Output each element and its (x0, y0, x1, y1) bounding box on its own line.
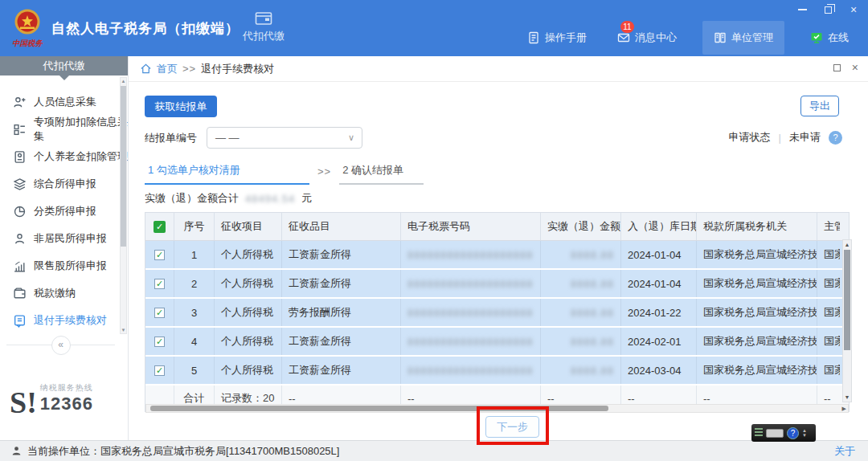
scroll-down-icon[interactable]: ▼ (843, 394, 851, 400)
table-row[interactable]: ✓ 4 个人所得税 工资薪金所得 8888888888888888888 888… (145, 328, 849, 357)
app-title: 自然人电子税务局（扣缴端） (51, 19, 240, 38)
org-management-label: 单位管理 (731, 31, 773, 45)
breadcrumb: 首页 >> 退付手续费核对 × (129, 56, 868, 82)
efn-masked: 8888888888888888888 (407, 307, 533, 319)
amount-summary: 实缴（退）金额合计 48494.54 元 (145, 191, 312, 206)
breadcrumb-home-link[interactable]: 首页 (157, 62, 178, 76)
breadcrumb-current: 退付手续费核对 (201, 62, 274, 76)
home-icon[interactable] (140, 63, 152, 75)
refund-table: ✓ 序号 征收项目 征收品目 电子税票号码 实缴（退）金额 入（退）库日期 税款… (145, 212, 850, 412)
manual-nav[interactable]: 操作手册 (522, 22, 592, 53)
col-authority: 税款所属税务机关 (697, 213, 817, 240)
main-nav-tab[interactable]: 代扣代缴 (235, 10, 293, 43)
sidebar-item-nonresident-income[interactable]: 非居民所得申报 (0, 225, 128, 252)
china-tax-emblem-logo: 中国税务 (6, 6, 48, 51)
sidebar-item-refund-fee-check[interactable]: 退付手续费核对 (0, 307, 128, 334)
table-row[interactable]: ✓ 3 个人所得税 劳务报酬所得 8888888888888888888 888… (145, 299, 849, 328)
row-checkbox[interactable]: ✓ (154, 279, 165, 289)
ime-arrows-icon[interactable]: ▲▼ (802, 428, 807, 438)
online-status[interactable]: 在线 (805, 22, 854, 53)
sidebar-item-label: 非居民所得申报 (34, 231, 107, 246)
sidebar-scrollbar[interactable]: ▲ ▼ (120, 77, 127, 334)
status-divider: | (779, 132, 781, 144)
efn-masked: 8888888888888888888 (407, 249, 533, 261)
ime-toolbar[interactable]: ? ▲▼ (751, 424, 816, 442)
col-date: 入（退）库日期 (621, 213, 697, 240)
fetch-statement-button[interactable]: 获取结报单 (145, 96, 217, 117)
sidebar-item-label: 个人养老金扣除管理 (34, 149, 128, 164)
row-checkbox[interactable]: ✓ (154, 250, 165, 260)
col-item: 征收项目 (215, 213, 282, 240)
sidebar-header: 代扣代缴 (0, 56, 128, 75)
keyboard-icon[interactable] (766, 429, 784, 438)
receipt-check-icon (13, 314, 27, 328)
amount-masked: 8888.88 (571, 365, 614, 377)
export-button[interactable]: 导出 (800, 96, 839, 116)
table-hscroll-thumb[interactable] (150, 406, 608, 411)
restore-button[interactable] (821, 3, 834, 16)
org-management-nav[interactable]: 单位管理 (702, 21, 784, 55)
scroll-up-icon[interactable]: ▲ (843, 242, 851, 247)
sidebar-item-restricted-stock[interactable]: 限售股所得申报 (0, 252, 128, 279)
scroll-up-icon[interactable]: ▲ (121, 79, 126, 84)
close-button[interactable]: × (847, 3, 860, 16)
efn-masked: 8888888888888888888 (407, 336, 533, 348)
minimize-button[interactable] (796, 3, 809, 16)
table-header-row: ✓ 序号 征收项目 征收品目 电子税票号码 实缴（退）金额 入（退）库日期 税款… (145, 213, 849, 241)
online-monitor-icon (810, 31, 823, 44)
app-window: × 中国税务 自然人电子税务局（扣缴端） 代扣代缴 (0, 0, 868, 461)
table-horizontal-scrollbar[interactable]: ▶ (145, 404, 849, 413)
sidebar-item-pension-deduction[interactable]: 个人养老金扣除管理 (0, 143, 128, 170)
table-vscroll-thumb[interactable] (844, 250, 850, 350)
id-card-icon (13, 150, 27, 164)
table-row[interactable]: ✓ 2 个人所得税 工资薪金所得 8888888888888888888 888… (145, 270, 849, 299)
select-all-checkbox[interactable]: ✓ (154, 221, 166, 233)
sidebar-item-label: 分类所得申报 (34, 204, 96, 218)
table-row[interactable]: ✓ 1 个人所得税 工资薪金所得 8888888888888888888 888… (145, 241, 849, 270)
form-list-icon (13, 123, 27, 137)
sidebar-collapse-button[interactable]: « (51, 336, 71, 355)
wallet-icon (255, 10, 272, 26)
step-1-tab[interactable]: 1 勾选单户核对清册 (145, 163, 309, 185)
hotline-mark-icon: S! (10, 390, 37, 414)
col-seq: 序号 (174, 213, 215, 240)
row-checkbox[interactable]: ✓ (154, 308, 165, 318)
wallet-outline-icon (13, 287, 27, 300)
sidebar-collapse-row: « (0, 336, 121, 355)
statement-no-value: — — (215, 132, 240, 144)
bar-chart-icon (13, 259, 27, 273)
svg-text:中国税务: 中国税务 (12, 39, 44, 47)
sidebar-item-tax-payment[interactable]: 税款缴纳 (0, 279, 128, 307)
apply-status-label: 申请状态 (729, 130, 771, 145)
statement-no-select[interactable]: — — ∨ (207, 127, 362, 149)
table-row[interactable]: ✓ 5 个人所得税 工资薪金所得 8888888888888888888 888… (145, 357, 849, 386)
messages-nav[interactable]: 11 消息中心 (612, 22, 682, 53)
hotline-number: 12366 (40, 394, 93, 414)
about-link[interactable]: 关于 (834, 444, 855, 459)
help-icon[interactable]: ? (829, 131, 842, 145)
efn-masked: 8888888888888888888 (407, 365, 533, 377)
tab-close-icon[interactable]: × (852, 63, 858, 72)
next-step-button[interactable]: 下一步 (485, 416, 539, 438)
main-content: 获取结报单 导出 结报单编号 — — ∨ 申请状态 | 未申请 ? 1 勾选单户… (129, 82, 868, 440)
layers-icon (13, 177, 27, 191)
sidebar-item-comprehensive-income[interactable]: 综合所得申报 (0, 170, 128, 198)
row-checkbox[interactable]: ✓ (154, 365, 165, 376)
summary-masked-value: 48494.54 (245, 193, 295, 205)
tab-maximize-icon[interactable] (833, 64, 841, 71)
scroll-down-icon[interactable]: ▼ (121, 328, 126, 332)
sidebar-scroll-thumb[interactable] (121, 86, 126, 247)
table-vertical-scrollbar[interactable]: ▲ ▼ (842, 239, 852, 402)
row-checkbox[interactable]: ✓ (154, 337, 165, 347)
sidebar-item-classified-income[interactable]: 分类所得申报 (0, 198, 128, 225)
sidebar-item-label: 专项附加扣除信息采集 (34, 115, 128, 144)
step-2-tab[interactable]: 2 确认结报单 (339, 163, 424, 185)
sidebar: 代扣代缴 人员信息采集 专项附加扣除信息采集 个人养老金扣除管理 综合所得申报 … (0, 56, 129, 440)
col-supervisor: 主管 (817, 213, 840, 240)
ime-help-icon[interactable]: ? (787, 427, 799, 439)
sidebar-item-personnel-info[interactable]: 人员信息采集 (0, 88, 128, 116)
user-icon (11, 446, 22, 456)
scroll-right-icon[interactable]: ▶ (842, 406, 846, 412)
messages-badge: 11 (620, 21, 634, 33)
sidebar-item-special-deduction[interactable]: 专项附加扣除信息采集 (0, 116, 128, 143)
